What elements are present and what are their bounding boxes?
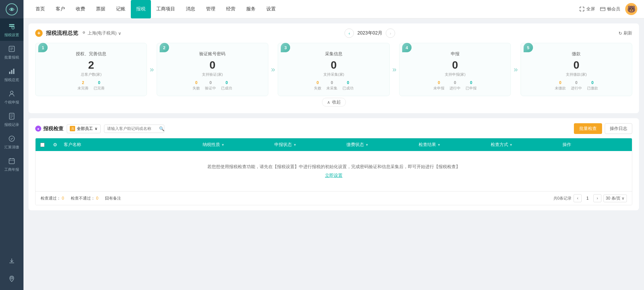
chevron-down-icon: ∨ bbox=[95, 126, 98, 131]
filter-icon[interactable]: ▼ bbox=[293, 143, 297, 147]
stat-label: 进行中 bbox=[449, 86, 461, 91]
stat-label: 未申报 bbox=[433, 86, 444, 91]
filter-icon[interactable]: ▼ bbox=[437, 143, 441, 147]
topbar-right: 全屏 畅会员 🐻 bbox=[579, 3, 637, 15]
footer-passed: 检查通过： 0 bbox=[41, 196, 64, 201]
step-1-authorize: 1 授权、完善信息 2 总客户数(家) 2 未完善 0 已完善 bbox=[35, 43, 147, 96]
location-selector[interactable]: 上海(电子税局) ∨ bbox=[82, 30, 121, 36]
stat-label: 已申报 bbox=[466, 86, 477, 91]
stat-label: 验证中 bbox=[205, 86, 216, 91]
sidebar-item-tax-record[interactable]: 报税记录 bbox=[0, 108, 23, 131]
collapse-button[interactable]: ∧ 收起 bbox=[322, 98, 346, 106]
sidebar-item-personal-tax[interactable]: 个税申报 bbox=[0, 86, 23, 108]
step-3-stats: 0 失败 0 未采集 0 已成功 bbox=[314, 80, 354, 91]
collapse-label: 收起 bbox=[332, 99, 341, 105]
step-2-verify: 2 验证账号密码 0 支持验证(家) 0 失败 0 验证中 bbox=[157, 43, 268, 96]
step-3-stat-2: 0 已成功 bbox=[342, 80, 354, 91]
step-4-title: 申报 bbox=[451, 51, 460, 57]
nav-invoices[interactable]: 票据 bbox=[91, 0, 111, 18]
select-all-checkbox[interactable] bbox=[36, 139, 49, 150]
stat-value: 0 bbox=[347, 80, 349, 85]
filter-icon[interactable]: ▼ bbox=[365, 143, 369, 147]
svg-rect-6 bbox=[11, 70, 12, 74]
filter-icon[interactable]: ▼ bbox=[221, 143, 225, 147]
passed-label: 检查通过： bbox=[41, 196, 61, 201]
step-3-stat-0: 0 失败 bbox=[314, 80, 321, 91]
main-container: 首页 客户 收费 票据 记账 报税 工商项目 消息 管理 经营 服务 设置 全屏 bbox=[23, 0, 644, 290]
stat-label: 失败 bbox=[314, 86, 321, 91]
nav-tax[interactable]: 报税 bbox=[131, 0, 151, 18]
process-steps: 1 授权、完善信息 2 总客户数(家) 2 未完善 0 已完善 bbox=[35, 43, 632, 96]
stat-value: 0 bbox=[470, 80, 472, 85]
prev-month-button[interactable]: ‹ bbox=[344, 28, 354, 38]
nav-operations[interactable]: 经营 bbox=[221, 0, 241, 18]
vip-button[interactable]: 畅会员 bbox=[600, 6, 620, 12]
nav-fees[interactable]: 收费 bbox=[70, 0, 91, 18]
customer-search-input[interactable] bbox=[107, 126, 157, 131]
topbar: 首页 客户 收费 票据 记账 报税 工商项目 消息 管理 经营 服务 设置 全屏 bbox=[23, 0, 644, 18]
step-5-number: 5 bbox=[524, 43, 533, 52]
arrow-2-3: » bbox=[268, 43, 278, 96]
table-footer: 检查通过： 0 检查不通过： 0 囧有备注 共0条记录 ‹ 1 › bbox=[36, 191, 632, 205]
passed-value[interactable]: 0 bbox=[62, 196, 64, 201]
sidebar-item-label: 报税设置 bbox=[4, 32, 19, 38]
nav-messages[interactable]: 消息 bbox=[180, 0, 201, 18]
batch-tax-icon bbox=[7, 44, 16, 54]
column-settings-icon[interactable]: ⚙ bbox=[49, 142, 61, 147]
step-4-count: 0 bbox=[452, 60, 458, 70]
nav-customers[interactable]: 客户 bbox=[50, 0, 70, 18]
select-all-input[interactable] bbox=[40, 143, 45, 147]
tax-check-title: ● 报税检查 bbox=[35, 126, 63, 132]
nav-home[interactable]: 首页 bbox=[30, 0, 50, 18]
tax-check-card: ● 报税检查 员 全部员工 ∨ 🔍 批量检查 操作日志 bbox=[29, 118, 639, 210]
vip-label: 畅会员 bbox=[607, 6, 620, 12]
step-2-stats: 0 失败 0 验证中 0 已成功 bbox=[193, 80, 232, 91]
stat-value: 0 bbox=[559, 80, 561, 85]
filter-icon[interactable]: ▼ bbox=[509, 143, 513, 147]
user-avatar[interactable]: 🐻 bbox=[625, 3, 637, 15]
next-page-button[interactable]: › bbox=[593, 194, 601, 202]
sidebar-item-tax-overview[interactable]: 报税总览 bbox=[0, 63, 23, 86]
nav-management[interactable]: 管理 bbox=[201, 0, 221, 18]
sidebar-logo bbox=[0, 0, 23, 18]
failed-value[interactable]: 0 bbox=[96, 196, 98, 201]
sidebar-item-location[interactable] bbox=[0, 271, 23, 287]
sidebar-item-download[interactable] bbox=[0, 253, 23, 269]
customer-search-box: 🔍 bbox=[104, 125, 164, 133]
stat-label: 失败 bbox=[193, 86, 200, 91]
col-declare-status: 申报状态 ▼ bbox=[272, 138, 344, 151]
nav-service[interactable]: 服务 bbox=[241, 0, 261, 18]
per-page-label: 30 条/页 bbox=[606, 196, 621, 201]
operation-log-button[interactable]: 操作日志 bbox=[605, 123, 632, 134]
prev-page-button[interactable]: ‹ bbox=[574, 194, 582, 202]
next-month-button[interactable]: › bbox=[386, 28, 395, 38]
sidebar-item-annual-report[interactable]: 工商年报 bbox=[0, 153, 23, 175]
logo-icon bbox=[6, 3, 18, 15]
sidebar-item-reconcile[interactable]: 汇算清缴 bbox=[0, 131, 23, 153]
stat-label: 已完善 bbox=[94, 86, 105, 91]
fullscreen-button[interactable]: 全屏 bbox=[579, 6, 595, 12]
tax-settings-icon bbox=[7, 22, 16, 31]
add-overview-icon: + bbox=[35, 29, 43, 37]
batch-check-button[interactable]: 批量检查 bbox=[574, 123, 602, 134]
step-3-number: 3 bbox=[281, 43, 290, 52]
reconcile-icon bbox=[7, 134, 16, 143]
tax-check-header: ● 报税检查 员 全部员工 ∨ 🔍 批量检查 操作日志 bbox=[35, 123, 632, 134]
sidebar-item-batch-tax[interactable]: 批量报税 bbox=[0, 41, 23, 63]
nav-accounting[interactable]: 记账 bbox=[111, 0, 131, 18]
current-page: 1 bbox=[584, 195, 591, 201]
setup-link[interactable]: 立即设置 bbox=[325, 173, 342, 178]
nav-settings[interactable]: 设置 bbox=[261, 0, 281, 18]
employee-filter[interactable]: 员 全部员工 ∨ bbox=[67, 124, 101, 133]
download-icon bbox=[7, 256, 16, 266]
svg-point-8 bbox=[10, 91, 13, 94]
nav-commerce[interactable]: 工商项目 bbox=[151, 0, 180, 18]
tax-check-icon: ● bbox=[35, 126, 41, 132]
refresh-button[interactable]: ↻ 刷新 bbox=[619, 30, 632, 36]
tax-check-actions: 批量检查 操作日志 bbox=[574, 123, 632, 134]
step-3-stat-1: 0 未采集 bbox=[326, 80, 337, 91]
per-page-selector[interactable]: 30 条/页 ∨ bbox=[603, 195, 627, 202]
arrow-4-5: » bbox=[511, 43, 520, 96]
sidebar-item-tax-settings[interactable]: 报税设置 bbox=[0, 18, 23, 41]
search-icon[interactable]: 🔍 bbox=[159, 126, 164, 131]
